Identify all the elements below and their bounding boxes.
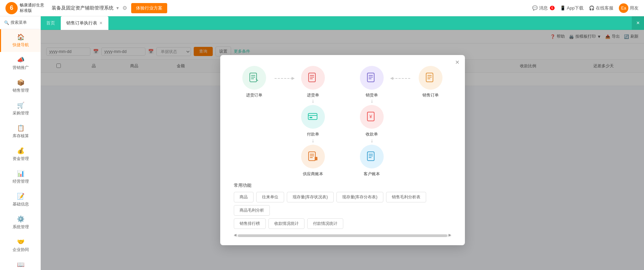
header-right: 💬 消息 6 📱 App下载 🎧 在线客服 Ea 用友 (532, 3, 639, 13)
message-badge: 6 (550, 6, 555, 10)
svg-rect-18 (310, 117, 312, 118)
inner-content: ❓ 帮助 🖨️ 按模板打印 ▼ 📤 导出 🔄 刷新 (41, 30, 644, 270)
modal-overlay[interactable]: ✕ 进货订单 (41, 30, 644, 270)
sidebar-item-purchase[interactable]: 🛒 采购管理 (0, 97, 40, 120)
tab-close-icon[interactable]: ✕ (99, 21, 103, 25)
basic-icon: 📝 (17, 193, 24, 200)
node-payment-bill-label: 付款单 (307, 131, 319, 137)
inventory-icon: 📋 (17, 124, 24, 132)
func-btn-product[interactable]: 商品 (234, 192, 254, 202)
receipt-bill-icon: ¥ (360, 105, 384, 129)
top-header: 6 畅康通好生意 标准版 装备及固定资产辅助管理系统 ▼ ⚙ 体验行业方案 💬 … (0, 0, 644, 16)
node-customer-ledger-label: 客户账本 (364, 171, 380, 177)
node-sales-bill[interactable]: 销货单 (351, 66, 392, 98)
scroll-right-icon[interactable]: ▶ (449, 233, 451, 237)
sidebar-item-system[interactable]: ⚙️ 系统管理 (0, 211, 40, 234)
logo-icon: 6 (5, 2, 18, 14)
message-btn[interactable]: 💬 消息 6 (532, 5, 555, 11)
func-btn-product-profit[interactable]: 商品毛利分析 (234, 205, 270, 216)
collab-icon: 🤝 (17, 238, 24, 246)
download-icon: 📱 (560, 5, 565, 11)
func-btn-stock-status[interactable]: 现存量(库存状况表) (287, 192, 334, 202)
avatar: Ea (619, 3, 628, 13)
node-purchase-order[interactable]: 进货订单 (234, 66, 275, 98)
title-dropdown-icon[interactable]: ▼ (116, 6, 120, 11)
purchase-icon: 🛒 (17, 102, 24, 109)
sidebar-item-guide[interactable]: 📖 新手引导 (0, 257, 40, 270)
node-purchase-order-label: 进货订单 (246, 92, 262, 98)
app-download-btn[interactable]: 📱 App下载 (560, 5, 584, 11)
common-func-section: 常用功能 商品 往来单位 现存量(库存状况表) 现存量(库存分布表) 销售毛利分… (234, 182, 451, 229)
node-receipt-bill[interactable]: ¥ 收款单 (351, 105, 392, 137)
func-btn-stock-dist[interactable]: 现存量(库存分布表) (336, 192, 383, 202)
gear-icon[interactable]: ⚙ (122, 5, 127, 11)
sidebar-item-inventory[interactable]: 📋 库存核算 (0, 120, 40, 143)
node-purchase-bill-label: 进货单 (307, 92, 319, 98)
sidebar-item-marketing[interactable]: 📣 营销推广 (0, 52, 40, 75)
logo-text: 畅康通好生意 标准版 (20, 3, 44, 13)
node-supplier-ledger[interactable]: 供应商账本 (293, 145, 333, 177)
quick-icon: 🏠 (17, 33, 24, 41)
svg-rect-16 (308, 113, 317, 120)
node-sales-bill-label: 销货单 (366, 92, 378, 98)
purchase-bill-icon (301, 66, 325, 90)
tab-bar: 首页 销售订单执行表 ✕ ✕ (41, 16, 644, 30)
sidebar-item-quick[interactable]: 🏠 快捷导航 (0, 29, 40, 52)
svg-rect-25 (315, 157, 317, 160)
sidebar-item-collab[interactable]: 🤝 企业协同 (0, 234, 40, 257)
scroll-left-icon[interactable]: ◀ (234, 233, 237, 237)
sidebar: 🔍 搜索菜单 🏠 快捷导航 📣 营销推广 📦 销售管理 🛒 采购管理 📋 库存核… (0, 16, 41, 270)
system-icon: ⚙️ (17, 215, 24, 223)
sidebar-item-finance[interactable]: 💰 资金管理 (0, 143, 40, 166)
logo-area: 6 畅康通好生意 标准版 (5, 2, 46, 14)
sidebar-search[interactable]: 🔍 搜索菜单 (0, 16, 40, 29)
user-area[interactable]: Ea 用友 (619, 3, 639, 13)
online-service-btn[interactable]: 🎧 在线客服 (589, 5, 613, 11)
finance-icon: 💰 (17, 147, 24, 155)
node-purchase-bill[interactable]: 进货单 (293, 66, 333, 98)
sales-order-icon (419, 66, 442, 90)
tab-sales-execution[interactable]: 销售订单执行表 ✕ (61, 16, 108, 30)
supplier-ledger-icon (301, 145, 325, 168)
func-btn-receipt-stats[interactable]: 收款情况统计 (268, 218, 304, 229)
search-icon: 🔍 (4, 20, 9, 25)
app-title-area: 装备及固定资产辅助管理系统 ▼ ⚙ 体验行业方案 (46, 3, 532, 13)
common-func-title: 常用功能 (234, 182, 451, 188)
modal-scrollbar[interactable]: ◀ ▶ (234, 234, 451, 237)
svg-text:¥: ¥ (369, 114, 372, 119)
marketing-icon: 📣 (17, 56, 24, 64)
modal-close-btn[interactable]: ✕ (455, 59, 459, 66)
service-icon: 🎧 (589, 5, 594, 11)
trial-button[interactable]: 体验行业方案 (131, 3, 167, 13)
func-btns-row1: 商品 往来单位 现存量(库存状况表) 现存量(库存分布表) 销售毛利分析表 商品… (234, 192, 451, 216)
purchase-order-icon (242, 66, 266, 90)
node-customer-ledger[interactable]: 客户账本 (351, 145, 392, 177)
operations-icon: 📊 (17, 170, 24, 177)
sidebar-item-basic[interactable]: 📝 基础信息 (0, 188, 40, 211)
node-supplier-ledger-label: 供应商账本 (303, 171, 323, 177)
app-title: 装备及固定资产辅助管理系统 (52, 5, 114, 11)
sidebar-item-sales[interactable]: 📦 销售管理 (0, 75, 40, 97)
func-btn-sales-rank[interactable]: 销售排行榜 (234, 218, 266, 229)
node-sales-order[interactable]: 销售订单 (410, 66, 451, 98)
main-layout: 🔍 搜索菜单 🏠 快捷导航 📣 营销推广 📦 销售管理 🛒 采购管理 📋 库存核… (0, 16, 644, 270)
sales-icon: 📦 (17, 79, 24, 86)
sidebar-item-operations[interactable]: 📊 经营管理 (0, 166, 40, 188)
func-btn-counterpart[interactable]: 往来单位 (256, 192, 284, 202)
node-payment-bill[interactable]: 付款单 (293, 105, 333, 137)
sales-bill-icon (360, 66, 384, 90)
customer-ledger-icon (360, 145, 384, 168)
guide-icon: 📖 (17, 261, 24, 268)
close-all-btn[interactable]: ✕ (632, 16, 644, 30)
flow-diagram: 进货订单 ▶ (234, 66, 451, 177)
func-btns-row2: 销售排行榜 收款情况统计 付款情况统计 (234, 218, 451, 229)
content-area: 首页 销售订单执行表 ✕ ✕ ❓ 帮助 🖨️ 按模板打印 ▼ (41, 16, 644, 270)
modal-scrollbar-thumb[interactable] (238, 234, 447, 237)
func-btn-sales-profit[interactable]: 销售毛利分析表 (386, 192, 426, 202)
message-icon: 💬 (532, 5, 538, 11)
tab-home[interactable]: 首页 (41, 16, 61, 30)
payment-bill-icon (301, 105, 325, 129)
func-btn-payment-stats[interactable]: 付款情况统计 (307, 218, 343, 229)
node-receipt-bill-label: 收款单 (366, 131, 378, 137)
node-sales-order-label: 销售订单 (422, 92, 439, 98)
